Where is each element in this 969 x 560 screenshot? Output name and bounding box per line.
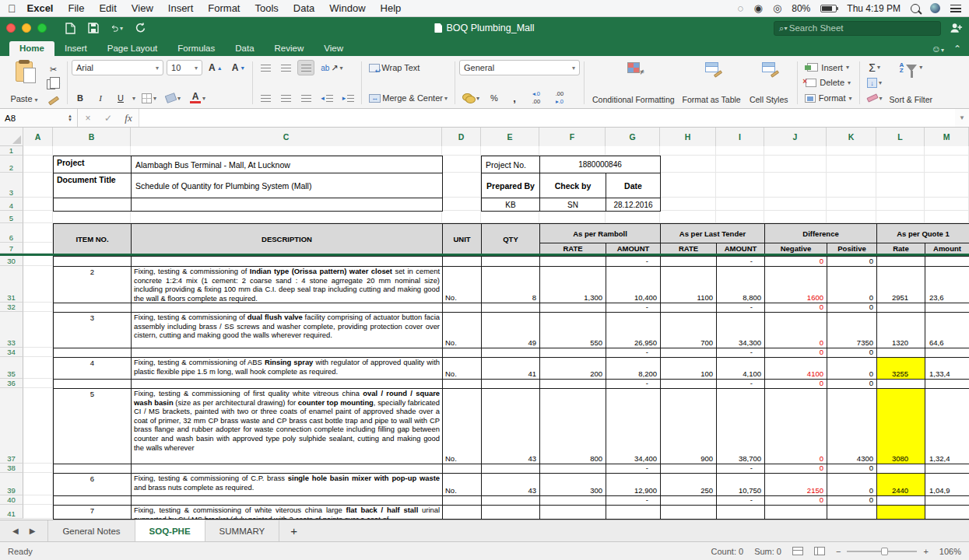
- item-ramboll-rate-cell[interactable]: 550: [539, 312, 606, 348]
- grid-cell[interactable]: [925, 198, 969, 211]
- grid-cell[interactable]: [827, 211, 876, 223]
- th-item-no[interactable]: ITEM NO.: [53, 223, 132, 254]
- item-unit-cell[interactable]: No.: [442, 473, 482, 496]
- font-size-combo[interactable]: 10▾: [167, 60, 202, 75]
- cell-check-by[interactable]: SN: [539, 198, 606, 212]
- siri-icon[interactable]: [930, 3, 940, 13]
- grid-cell[interactable]: [442, 173, 481, 198]
- spacer-cell[interactable]: [131, 256, 443, 267]
- row-header-41[interactable]: 41: [0, 505, 23, 519]
- item-no-cell[interactable]: 6: [53, 473, 132, 496]
- grid-cell[interactable]: [481, 211, 539, 223]
- item-positive-cell[interactable]: 7350: [827, 312, 877, 348]
- spacer-cell[interactable]: [53, 256, 132, 267]
- th-lt-amount[interactable]: AMOUNT: [716, 243, 765, 254]
- ribbon-tab-insert[interactable]: Insert: [54, 41, 97, 56]
- grid-cell[interactable]: [481, 146, 539, 156]
- format-cells-button[interactable]: Format▾: [802, 91, 855, 105]
- th-difference[interactable]: Difference: [764, 223, 877, 243]
- grid-cell[interactable]: [23, 303, 53, 312]
- cell-check-by-label[interactable]: Check by: [539, 173, 606, 198]
- grid-cell[interactable]: [660, 173, 716, 198]
- item-q1-rate-cell[interactable]: 3080: [876, 388, 925, 464]
- item-qty-cell[interactable]: [481, 505, 540, 520]
- item-ramboll-rate-cell[interactable]: [539, 505, 606, 520]
- th-qty[interactable]: QTY: [481, 223, 540, 254]
- page-layout-view-icon[interactable]: [814, 547, 825, 555]
- col-header-B[interactable]: B: [53, 128, 131, 146]
- item-qty-cell[interactable]: 41: [481, 357, 540, 380]
- item-no-cell[interactable]: 5: [53, 388, 132, 464]
- item-positive-cell[interactable]: 0: [827, 266, 877, 303]
- item-negative-cell[interactable]: 0: [764, 312, 827, 348]
- item-lt-amount-cell[interactable]: 38,700: [716, 388, 765, 464]
- row-header-1[interactable]: 1: [0, 146, 23, 156]
- grid-cell[interactable]: [23, 146, 53, 156]
- grid-cell[interactable]: [131, 146, 442, 156]
- formula-input[interactable]: [139, 109, 955, 127]
- grid-cell[interactable]: [23, 473, 53, 495]
- grid-cell[interactable]: [925, 173, 969, 198]
- prev-sheet-arrow[interactable]: ◀: [12, 527, 19, 535]
- row-header-37[interactable]: 37: [0, 388, 23, 464]
- item-unit-cell[interactable]: No.: [442, 266, 482, 303]
- number-format-combo[interactable]: General▾: [459, 60, 580, 75]
- zoom-percent[interactable]: 106%: [939, 547, 961, 556]
- grid-cell[interactable]: [716, 173, 764, 198]
- font-color-button[interactable]: A▾: [187, 90, 209, 106]
- item-q1-rate-cell[interactable]: 1320: [876, 312, 925, 348]
- sheet-tab-summary[interactable]: SUMMARY: [205, 520, 280, 541]
- th-ramboll[interactable]: As per Ramboll: [539, 223, 661, 243]
- item-description-cell[interactable]: Fixing, testing & commissioning of India…: [131, 266, 443, 303]
- col-header-G[interactable]: G: [606, 128, 660, 146]
- grid-cell[interactable]: [716, 146, 764, 156]
- item-lt-amount-cell[interactable]: 8,800: [716, 266, 765, 303]
- col-header-C[interactable]: C: [131, 128, 442, 146]
- merge-center-button[interactable]: ↔ Merge & Center ▾: [366, 90, 451, 106]
- align-center-button[interactable]: [277, 90, 294, 106]
- th-positive[interactable]: Positive: [827, 243, 877, 254]
- item-ramboll-rate-cell[interactable]: 300: [539, 473, 606, 496]
- grid-cell[interactable]: [764, 211, 827, 223]
- item-description-cell[interactable]: Fixing, testing & commissioning of C.P. …: [131, 473, 443, 496]
- th-ramboll-amount[interactable]: AMOUNT: [606, 243, 661, 254]
- row-header-4[interactable]: 4: [0, 198, 23, 211]
- row-header-3[interactable]: 3: [0, 173, 23, 198]
- clear-button[interactable]: ▾: [864, 90, 886, 106]
- grid-cell[interactable]: [23, 388, 53, 464]
- save-button[interactable]: [87, 22, 100, 34]
- row-header-35[interactable]: 35: [0, 357, 23, 379]
- accounting-format-button[interactable]: ▾: [459, 90, 483, 106]
- share-add-person-icon[interactable]: [950, 22, 963, 34]
- grid-cell[interactable]: [925, 211, 969, 223]
- item-ramboll-amount-cell[interactable]: [606, 505, 661, 520]
- apple-menu-icon[interactable]: : [8, 2, 16, 15]
- grid-cell[interactable]: [442, 156, 481, 173]
- autosum-button[interactable]: Σ▾: [864, 60, 886, 75]
- item-description-cell[interactable]: Fixing, testing & commissioning of white…: [131, 505, 443, 520]
- creative-cloud-icon[interactable]: ◌: [738, 2, 744, 14]
- col-header-D[interactable]: D: [442, 128, 481, 146]
- menu-file[interactable]: File: [68, 2, 84, 14]
- item-q1-amount-cell[interactable]: 1,04,9: [925, 473, 969, 496]
- item-negative-cell[interactable]: 2150: [764, 473, 827, 496]
- cell-project-no-label[interactable]: Project No.: [481, 156, 540, 173]
- spacer-cell[interactable]: [925, 256, 969, 267]
- spacer-cell[interactable]: [660, 256, 717, 267]
- comma-style-button[interactable]: ,: [506, 90, 523, 106]
- spotlight-icon[interactable]: [911, 4, 920, 13]
- fullscreen-window-button[interactable]: [37, 23, 47, 33]
- name-box-stepper[interactable]: ▲▼: [68, 114, 72, 122]
- row-header-7[interactable]: 7: [0, 243, 23, 254]
- grid-cell[interactable]: [23, 312, 53, 348]
- row-header-30[interactable]: 30: [0, 256, 23, 266]
- col-header-E[interactable]: E: [481, 128, 539, 146]
- item-no-cell[interactable]: 7: [53, 505, 132, 520]
- col-header-J[interactable]: J: [764, 128, 827, 146]
- font-name-combo[interactable]: Arial▾: [72, 60, 163, 75]
- item-qty-cell[interactable]: 43: [481, 473, 540, 496]
- item-negative-cell[interactable]: 0: [764, 388, 827, 464]
- menu-insert[interactable]: Insert: [168, 2, 194, 14]
- ribbon-tab-view[interactable]: View: [314, 41, 353, 56]
- sheet-tab-soq-phe[interactable]: SOQ-PHE: [135, 520, 205, 541]
